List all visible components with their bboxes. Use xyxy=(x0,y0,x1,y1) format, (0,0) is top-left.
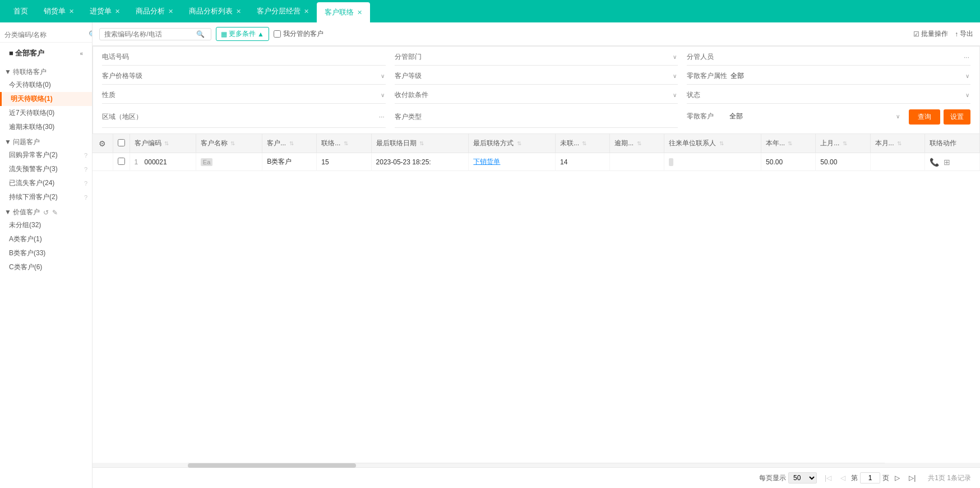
last-page-button[interactable]: ▷| xyxy=(905,473,919,483)
filter-person-input[interactable] xyxy=(729,53,970,61)
sidebar-all-customers[interactable]: ■ 全部客户 « xyxy=(4,46,87,61)
nav-sales[interactable]: 销货单 ✕ xyxy=(36,0,82,22)
sidebar-group-problem[interactable]: ▼ 问题客户 xyxy=(0,134,92,148)
my-customer-checkbox-wrap[interactable]: 我分管的客户 xyxy=(274,29,323,39)
prev-page-button[interactable]: ◁ xyxy=(837,473,849,483)
nav-product-analysis[interactable]: 商品分析 ✕ xyxy=(128,0,181,22)
filter-region-input[interactable] xyxy=(146,113,386,121)
sort-icon-lastdate[interactable]: ⇅ xyxy=(419,140,424,146)
sidebar-item-overdue[interactable]: 逾期未联络(30) xyxy=(0,120,92,134)
filter-phone-input[interactable] xyxy=(145,53,386,61)
col-header-code: 客户编码 ⇅ xyxy=(130,134,196,153)
filter-payment-input[interactable] xyxy=(437,91,678,99)
last-method-link[interactable]: 下销货单 xyxy=(473,158,500,165)
close-purchase-icon[interactable]: ✕ xyxy=(115,8,120,15)
sidebar-item-today[interactable]: 今天待联络(0) xyxy=(0,78,92,92)
row-this-year: 50.00 xyxy=(761,153,816,171)
first-page-button[interactable]: |◁ xyxy=(821,473,835,483)
export-button[interactable]: ↑ 导出 xyxy=(955,29,973,39)
query-button[interactable]: 查询 xyxy=(909,109,940,125)
batch-op-button[interactable]: ☑ 批量操作 xyxy=(913,29,948,39)
sort-icon-code[interactable]: ⇅ xyxy=(164,140,169,146)
sidebar-group-value[interactable]: ▼ 价值客户 ↺ ✎ xyxy=(0,204,92,218)
scroll-bar xyxy=(188,463,885,467)
close-product-analysis-icon[interactable]: ✕ xyxy=(168,8,173,15)
page-number-input[interactable] xyxy=(860,472,880,484)
footer: 每页显示 50 100 200 |◁ ◁ 第 页 ▷ ▷| 共1页 1条记录 xyxy=(93,467,980,488)
sidebar-item-declining[interactable]: 持续下滑客户(2) ? xyxy=(0,190,92,204)
more-filter-button[interactable]: ▦ 更多条件 ▲ xyxy=(216,27,269,41)
search-input[interactable] xyxy=(104,30,194,38)
row-select-checkbox[interactable] xyxy=(118,158,125,165)
sidebar-item-class-a[interactable]: A类客户(1) xyxy=(0,232,92,246)
row-last-date: 2023-05-23 18:25: xyxy=(371,153,469,171)
gear-icon[interactable]: ⚙ xyxy=(99,139,106,148)
my-customer-checkbox[interactable] xyxy=(274,30,281,38)
col-header-thisyear: 本年... ⇅ xyxy=(761,134,816,153)
top-nav: 首页 销货单 ✕ 进货单 ✕ 商品分析 ✕ 商品分析列表 ✕ 客户分层经营 ✕ … xyxy=(0,0,980,22)
filter-cust-level-input[interactable] xyxy=(437,72,678,80)
sort-icon-overdue[interactable]: ⇅ xyxy=(637,140,641,146)
filter-icon: ▦ xyxy=(221,30,227,38)
phone-action-icon[interactable]: 📞 xyxy=(930,158,939,167)
sidebar-item-abnormal[interactable]: 回购异常客户(2) ? xyxy=(0,148,92,162)
close-product-list-icon[interactable]: ✕ xyxy=(236,8,241,15)
row-gear xyxy=(93,153,113,171)
filter-dept-input[interactable] xyxy=(437,53,678,61)
pagination-nav: |◁ ◁ 第 页 ▷ ▷| xyxy=(821,472,919,484)
sort-icon-thismonth[interactable]: ⇅ xyxy=(897,140,902,146)
col-header-action: 联络动作 xyxy=(924,134,979,153)
sort-icon-contact[interactable]: ⇅ xyxy=(344,140,348,146)
setting-button[interactable]: 设置 xyxy=(944,109,970,125)
nav-product-list[interactable]: 商品分析列表 ✕ xyxy=(181,0,249,22)
sort-icon-uncontact[interactable]: ⇅ xyxy=(582,140,586,146)
next-page-button[interactable]: ▷ xyxy=(891,473,903,483)
select-all-checkbox[interactable] xyxy=(118,139,125,146)
sidebar-item-class-b[interactable]: B类客户(33) xyxy=(0,246,92,260)
help-icon-abnormal: ? xyxy=(84,152,87,159)
nav-home[interactable]: 首页 xyxy=(6,0,36,22)
sidebar-item-class-c[interactable]: C类客户(6) xyxy=(0,260,92,274)
filter-region-label: 区域（地区） xyxy=(102,112,142,122)
sidebar-item-7days[interactable]: 近7天待联络(0) xyxy=(0,106,92,120)
row-contact-count: 15 xyxy=(317,153,371,171)
row-overdue xyxy=(610,153,664,171)
filter-status-input[interactable] xyxy=(729,91,970,99)
filter-status: 状态 ∨ xyxy=(687,90,970,104)
sidebar-item-churn-warning[interactable]: 流失预警客户(3) ? xyxy=(0,162,92,176)
per-page-select[interactable]: 50 100 200 xyxy=(788,472,817,484)
sort-icon-lastmethod[interactable]: ⇅ xyxy=(517,140,521,146)
col-header-lastdate: 最后联络日期 ⇅ xyxy=(371,134,469,153)
filter-cust-type-input[interactable] xyxy=(437,113,678,121)
close-customer-contact-icon[interactable]: ✕ xyxy=(357,9,362,16)
nav-purchase[interactable]: 进货单 ✕ xyxy=(82,0,128,22)
filter-price-level-input[interactable] xyxy=(146,72,386,80)
sidebar-item-ungrouped[interactable]: 未分组(32) xyxy=(0,218,92,232)
sort-icon-thisyear[interactable]: ⇅ xyxy=(788,140,792,146)
sort-icon-type[interactable]: ⇅ xyxy=(289,140,294,146)
nav-customer-contact[interactable]: 客户联络 ✕ xyxy=(317,2,370,22)
sidebar-item-churned[interactable]: 已流失客户(24) ? xyxy=(0,176,92,190)
filter-nature-input[interactable] xyxy=(145,91,386,99)
filter-retail-attr: 零散客户属性 全部 ∨ xyxy=(687,71,970,85)
close-sales-icon[interactable]: ✕ xyxy=(69,8,74,15)
sidebar-item-tomorrow[interactable]: 明天待联络(1) xyxy=(0,92,92,106)
toolbar: 🔍 ▦ 更多条件 ▲ 我分管的客户 ☑ 批量操作 ↑ 导出 xyxy=(93,22,980,46)
refresh-icon[interactable]: ↺ xyxy=(43,209,49,217)
col-header-lastmonth: 上月... ⇅ xyxy=(816,134,870,153)
sidebar-group-pending[interactable]: ▼ 待联络客户 xyxy=(0,64,92,78)
filter-retail-attr-label: 零散客户属性 xyxy=(687,71,727,81)
close-customer-mgmt-icon[interactable]: ✕ xyxy=(304,8,309,15)
grid-action-icon[interactable]: ⊞ xyxy=(944,158,950,167)
row-uncontact: 14 xyxy=(555,153,609,171)
col-header-uncontact: 未联... ⇅ xyxy=(555,134,609,153)
sort-icon-contact2[interactable]: ⇅ xyxy=(719,140,724,146)
edit-icon[interactable]: ✎ xyxy=(52,209,58,217)
check-square-icon: ☑ xyxy=(913,30,919,38)
sort-icon-name[interactable]: ⇅ xyxy=(230,140,235,146)
nav-customer-mgmt[interactable]: 客户分层经营 ✕ xyxy=(249,0,317,22)
sort-icon-lastmonth[interactable]: ⇅ xyxy=(843,140,847,146)
sidebar-search-input[interactable] xyxy=(4,31,89,39)
row-last-method[interactable]: 下销货单 xyxy=(469,153,556,171)
scroll-thumb[interactable] xyxy=(188,463,356,468)
